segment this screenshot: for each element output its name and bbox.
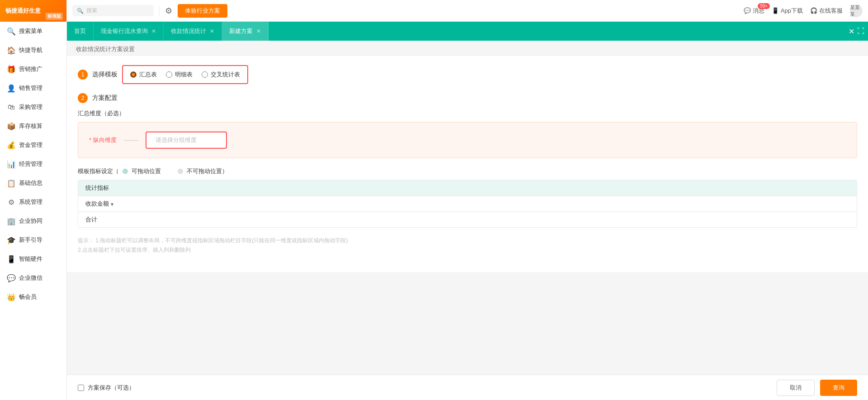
tab-label-home: 首页 [74, 27, 86, 35]
radio-label-detail: 明细表 [175, 71, 193, 79]
message-badge[interactable]: 💬 消息 99+ [744, 7, 764, 15]
tab-collection-stat[interactable]: 收款情况统计✕ [164, 22, 222, 41]
content-area: 收款情况统计方案设置 1 选择模板 汇总表明细表交叉统计表 2 方案配置 [67, 41, 868, 400]
basic-info-icon: 📋 [7, 179, 15, 187]
step1-header: 1 选择模板 汇总表明细表交叉统计表 [78, 65, 857, 84]
sidebar-label-quick-nav: 快捷导航 [19, 46, 42, 54]
sidebar-nav: 🔍搜索菜单🏠快捷导航🎁营销推广👤销售管理🛍采购管理📦库存核算💰资金管理📊经营管理… [0, 22, 66, 400]
metrics-header-row: 统计指标 [78, 180, 857, 196]
sidebar-item-system[interactable]: ⚙系统管理 [0, 193, 66, 212]
cancel-button[interactable]: 取消 [777, 380, 815, 396]
query-button[interactable]: 查询 [820, 380, 857, 396]
tab-label-collection-stat: 收款情况统计 [171, 27, 206, 35]
message-count: 99+ [758, 3, 770, 9]
nondraggable-legend-dot [178, 169, 183, 174]
sidebar-item-marketing[interactable]: 🎁营销推广 [0, 60, 66, 79]
tab-label-bank-flow: 现金银行流水查询 [101, 27, 148, 35]
metrics-data-row-1: 收款金额 [78, 196, 857, 212]
divider [159, 6, 160, 15]
template-options: 汇总表明细表交叉统计表 [122, 65, 248, 84]
sidebar-item-smart-hw[interactable]: 📱智能硬件 [0, 249, 66, 268]
radio-option-cross[interactable]: 交叉统计表 [202, 71, 240, 79]
step2-title: 方案配置 [92, 94, 118, 102]
sidebar-item-sales[interactable]: 👤销售管理 [0, 79, 66, 98]
trial-button[interactable]: 体验行业方案 [178, 4, 227, 18]
save-checkbox[interactable] [78, 385, 84, 391]
purchase-icon: 🛍 [7, 103, 15, 111]
tab-close-collection-stat[interactable]: ✕ [210, 28, 214, 34]
radio-input-detail[interactable] [166, 71, 172, 78]
wechat-icon: 💬 [7, 274, 15, 282]
sidebar-item-inventory[interactable]: 📦库存核算 [0, 117, 66, 136]
form-card: 1 选择模板 汇总表明细表交叉统计表 2 方案配置 汇总维度（必选） [67, 56, 868, 272]
search-box[interactable]: 🔍 搜索 [72, 5, 154, 16]
sidebar-label-inventory: 库存核算 [19, 122, 42, 130]
sidebar-item-member[interactable]: 👑畅会员 [0, 287, 66, 306]
footer-save-option[interactable]: 方案保存（可选） [78, 384, 135, 392]
sidebar-item-capital[interactable]: 💰资金管理 [0, 136, 66, 155]
metrics-data-row-2: 合计 [78, 212, 857, 227]
radio-option-detail[interactable]: 明细表 [166, 71, 193, 79]
metrics-col-header: 统计指标 [78, 180, 132, 196]
tab-new-plan[interactable]: 新建方案✕ [222, 22, 269, 41]
sidebar-label-capital: 资金管理 [19, 141, 42, 149]
sidebar: 畅捷通好生意 标准版 🔍搜索菜单🏠快捷导航🎁营销推广👤销售管理🛍采购管理📦库存核… [0, 0, 67, 400]
online-service[interactable]: 🎧 在线客服 [810, 7, 843, 15]
dimension-selector[interactable]: 请选择分组维度 [146, 132, 227, 149]
sidebar-item-guide[interactable]: 🎓新手引导 [0, 231, 66, 249]
sidebar-logo: 畅捷通好生意 标准版 [0, 0, 66, 22]
sidebar-item-basic-info[interactable]: 📋基础信息 [0, 174, 66, 193]
tabbar-expand-icon[interactable]: ⛶ [857, 27, 864, 35]
config-section: 汇总维度（必选） * 纵向维度 —— 请选择分组维度 [78, 109, 857, 228]
radio-option-summary[interactable]: 汇总表 [130, 71, 157, 79]
dimension-row: * 纵向维度 —— 请选择分组维度 [89, 132, 846, 149]
sidebar-label-guide: 新手引导 [19, 236, 42, 244]
tab-close-new-plan[interactable]: ✕ [256, 28, 261, 34]
sidebar-label-wechat: 企业微信 [19, 274, 42, 282]
tabbar-close-icon[interactable]: ✕ [849, 27, 854, 36]
sidebar-item-operation[interactable]: 📊经营管理 [0, 155, 66, 174]
radio-label-summary: 汇总表 [139, 71, 157, 79]
step2-section: 2 方案配置 汇总维度（必选） * 纵向维度 —— 请选择分组维度 [78, 93, 857, 254]
radio-label-cross: 交叉统计表 [211, 71, 240, 79]
draggable-legend-dot [123, 169, 128, 174]
sidebar-item-enterprise[interactable]: 🏢企业协同 [0, 212, 66, 231]
app-icon: 📱 [772, 7, 779, 14]
sidebar-label-basic-info: 基础信息 [19, 179, 42, 187]
dimension-label: 汇总维度（必选） [78, 109, 857, 118]
tab-close-bank-flow[interactable]: ✕ [151, 28, 156, 34]
sidebar-item-wechat[interactable]: 💬企业微信 [0, 268, 66, 287]
sidebar-item-purchase[interactable]: 🛍采购管理 [0, 98, 66, 117]
radio-input-summary[interactable] [130, 71, 137, 78]
logo-text: 畅捷通好生意 [5, 7, 41, 15]
hint-text: 提示： 1.拖动标题栏可以调整布局，不可跨维度或指标区域拖动栏目字段(只能在同一… [78, 237, 857, 245]
sidebar-item-quick-nav[interactable]: 🏠快捷导航 [0, 41, 66, 60]
sidebar-label-operation: 经营管理 [19, 160, 42, 168]
sidebar-item-search-menu[interactable]: 🔍搜索菜单 [0, 22, 66, 41]
topbar: 🔍 搜索 ⚙ 体验行业方案 💬 消息 99+ 📱 App下载 🎧 在线客服 某某… [67, 0, 868, 22]
dimension-arrow: —— [124, 136, 138, 144]
tab-home[interactable]: 首页 [67, 22, 94, 41]
settings-icon[interactable]: ⚙ [165, 6, 172, 16]
version-badge: 标准版 [46, 13, 63, 20]
dimension-field-label: * 纵向维度 [89, 136, 117, 144]
app-download[interactable]: 📱 App下载 [772, 7, 803, 15]
hint-text: 2.点击标题栏下拉可设置排序、插入列和删除列 [78, 246, 857, 254]
tabbar: 首页现金银行流水查询✕收款情况统计✕新建方案✕✕⛶ [67, 22, 868, 41]
user-avatar[interactable]: 某某某 [850, 5, 863, 17]
smart-hw-icon: 📱 [7, 255, 15, 263]
tabbar-controls: ✕⛶ [849, 22, 868, 41]
sidebar-label-system: 系统管理 [19, 198, 42, 206]
metrics-section: 模板指标设定（ 可拖动位置 不可拖动位置） 统计指标 [78, 167, 857, 228]
radio-input-cross[interactable] [202, 71, 208, 78]
dimension-area: * 纵向维度 —— 请选择分组维度 [78, 122, 857, 158]
sidebar-label-search-menu: 搜索菜单 [19, 27, 42, 35]
quick-nav-icon: 🏠 [7, 46, 15, 54]
headset-icon: 🎧 [810, 7, 817, 14]
step2-num: 2 [78, 93, 88, 103]
footer-bar: 方案保存（可选） 取消 查询 [67, 375, 868, 400]
metrics-cell-1[interactable]: 收款金额 [78, 196, 132, 212]
sidebar-label-member: 畅会员 [19, 293, 37, 301]
tab-bank-flow[interactable]: 现金银行流水查询✕ [94, 22, 164, 41]
member-icon: 👑 [7, 293, 15, 301]
